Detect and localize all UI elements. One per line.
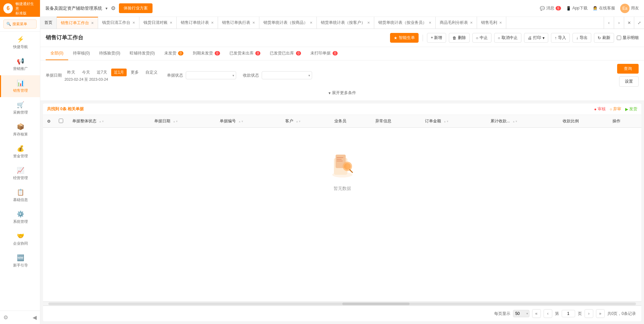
last-page-button[interactable]: » xyxy=(596,309,605,318)
sidebar-item-operations[interactable]: 📈 经营管理 xyxy=(0,163,40,185)
sidebar-item-system[interactable]: ⚙️ 系统管理 xyxy=(0,206,40,228)
import-button[interactable]: ↑ 导入 xyxy=(551,33,570,43)
system-settings-icon[interactable]: ⚙ xyxy=(111,5,116,11)
tab-close-product-profit[interactable]: ✕ xyxy=(470,21,473,25)
expand-icon: ▾ xyxy=(329,91,331,95)
add-button[interactable]: + 新增 xyxy=(427,33,446,43)
sidebar-item-inventory[interactable]: 📦 库存核算 xyxy=(0,119,40,141)
column-settings-icon[interactable]: ⚙ xyxy=(47,119,51,124)
tab-sales-order-stats[interactable]: 销售订单统计表 ✕ xyxy=(177,17,218,29)
payment-select[interactable] xyxy=(262,71,312,79)
delete-button[interactable]: 🗑 删除 xyxy=(449,33,470,43)
tab-scroll-left[interactable]: ‹ xyxy=(604,17,614,29)
tab-sales-stats-staff[interactable]: 销货单统计表（按业务员） ✕ xyxy=(374,17,436,29)
filter-tab-shipped-not-out[interactable]: 已发货未出库 0 xyxy=(225,47,265,60)
sidebar-item-quick-nav[interactable]: ⚡ 快捷导航 xyxy=(0,32,40,53)
tab-close-cash-reconcile[interactable]: ✕ xyxy=(170,21,172,25)
set-button[interactable]: 设置 xyxy=(619,76,639,87)
tab-cash-daily[interactable]: 钱货日清工作台 ✕ xyxy=(98,17,139,29)
prev-page-button[interactable]: ‹ xyxy=(544,309,552,318)
sidebar-item-purchase[interactable]: 🛒 采购管理 xyxy=(0,97,40,119)
sidebar-item-sales[interactable]: 📊 销售管理 xyxy=(0,75,40,97)
filter-tab-overdue[interactable]: 到期未发货 0 xyxy=(188,47,225,60)
status-sort-icon[interactable]: ▲▼ xyxy=(99,120,104,123)
tab-close-sales-stats-staff[interactable]: ✕ xyxy=(429,21,431,25)
received-sort-icon[interactable]: ▲▼ xyxy=(512,120,518,123)
search-menu-button[interactable]: 🔍 搜索菜单 xyxy=(3,19,37,29)
sidebar-item-base[interactable]: 📋 基础信息 xyxy=(0,185,40,206)
tab-sales-order-exec[interactable]: 销售订单执行表 ✕ xyxy=(218,17,259,29)
tab-cash-reconcile[interactable]: 钱货日清对账 ✕ xyxy=(139,17,177,29)
date-opt-today[interactable]: 今天 xyxy=(79,69,93,76)
page-number-input[interactable]: 1 xyxy=(562,310,575,317)
scrollbar-thumb[interactable] xyxy=(342,302,410,305)
message-button[interactable]: 💬 消息 6 xyxy=(540,5,561,11)
date-sort-icon[interactable]: ▲▼ xyxy=(173,120,178,123)
tab-close-sales-profit[interactable]: ✕ xyxy=(499,21,502,25)
filter-tab-shipped-out[interactable]: 已发货已出库 0 xyxy=(265,47,306,60)
show-detail-checkbox[interactable] xyxy=(617,36,621,40)
collapse-sidebar-icon[interactable]: ◀ xyxy=(33,314,37,321)
sidebar-item-guide[interactable]: 🆕 新手引导 xyxy=(0,250,40,272)
tab-sales-profit[interactable]: 销售毛利 ✕ xyxy=(477,17,506,29)
print-button[interactable]: 🖨 打印 ▾ xyxy=(524,33,548,43)
smart-create-button[interactable]: ★ 智能生单 xyxy=(390,33,419,43)
settings-bottom-icon[interactable]: ⚙ xyxy=(3,314,8,321)
online-service-button[interactable]: 👩‍💼 在线客服 xyxy=(593,5,615,11)
date-opt-more[interactable]: 更多 xyxy=(128,69,141,76)
customer-sort-icon[interactable]: ▲▼ xyxy=(296,120,301,123)
date-opt-1month[interactable]: 近1月 xyxy=(111,69,127,76)
date-opt-7days[interactable]: 近7天 xyxy=(94,69,110,76)
number-sort-icon[interactable]: ▲▼ xyxy=(238,120,244,123)
export-button[interactable]: ↓ 导出 xyxy=(572,33,591,43)
tab-close-sales-stats-customer[interactable]: ✕ xyxy=(367,21,370,25)
select-all-checkbox[interactable] xyxy=(59,119,63,123)
filter-tab-wangpu[interactable]: 旺铺待发货(0) xyxy=(125,47,160,60)
page-size-select[interactable]: 20 50 100 xyxy=(513,310,529,317)
stop-button[interactable]: ○ 中止 xyxy=(472,33,491,43)
expand-conditions-button[interactable]: ▾ 展开更多条件 xyxy=(325,89,359,97)
tab-close-cash-daily[interactable]: ✕ xyxy=(132,21,135,25)
tab-sales-order-workbench[interactable]: 销售订单工作台 ✕ xyxy=(57,17,98,29)
status-select[interactable] xyxy=(186,71,236,79)
sidebar-item-enterprise[interactable]: 🤝 企业协同 xyxy=(0,228,40,250)
horizontal-scrollbar[interactable] xyxy=(43,301,641,306)
tab-sales-stats-product[interactable]: 销货单统计表（按商品） ✕ xyxy=(259,17,317,29)
date-opt-custom[interactable]: 自定义 xyxy=(143,69,160,76)
filter-tab-all[interactable]: 全部(0) xyxy=(46,47,68,60)
app-download-button[interactable]: 📱 App下载 xyxy=(566,5,588,11)
date-opt-yesterday[interactable]: 昨天 xyxy=(65,69,78,76)
system-dropdown-button[interactable]: ▾ xyxy=(105,6,108,11)
filter-tab-pending-review[interactable]: 待审核(0) xyxy=(68,47,95,60)
tab-scroll-right[interactable]: › xyxy=(614,17,624,29)
filter-tab-not-printed[interactable]: 未打印单据 0 xyxy=(306,47,342,60)
tab-close-sales-stats-product[interactable]: ✕ xyxy=(310,21,312,25)
trial-button[interactable]: 体验行业方案 xyxy=(119,3,153,13)
ship-action[interactable]: ▶ 发货 xyxy=(625,106,637,112)
tab-home[interactable]: 首页 xyxy=(40,17,57,29)
query-button[interactable]: 查询 xyxy=(617,64,639,74)
search-row-1: 单据日期 昨天 今天 近7天 近1月 更多 自定义 2023-02-24 至 2… xyxy=(46,64,639,87)
tab-close-all[interactable]: ✕ xyxy=(624,17,634,29)
user-menu-button[interactable]: Ea 用友 xyxy=(620,4,639,13)
filter-tab-not-shipped[interactable]: 未发货 0 xyxy=(160,47,188,60)
cancel-stop-button[interactable]: ○ 取消中止 xyxy=(494,33,521,43)
tab-maximize[interactable]: ⤢ xyxy=(634,17,644,29)
next-page-button[interactable]: › xyxy=(585,309,593,318)
sidebar-item-marketing[interactable]: 📢 营销推广 xyxy=(0,53,40,75)
tab-close-sales-order-stats[interactable]: ✕ xyxy=(211,21,214,25)
logo-text: 畅捷通好生意 标准版 xyxy=(15,1,37,16)
tab-label-product-profit: 商品毛利分析表 xyxy=(440,20,468,26)
tab-close-sales-workbench[interactable]: ✕ xyxy=(91,21,94,25)
sidebar-item-finance[interactable]: 💰 资金管理 xyxy=(0,141,40,163)
review-action[interactable]: ● 审核 xyxy=(594,106,606,112)
refresh-button[interactable]: ↻ 刷新 xyxy=(594,33,614,43)
first-page-button[interactable]: « xyxy=(532,309,541,318)
cancel-review-action[interactable]: ○ 弃审 xyxy=(610,106,621,112)
empty-text: 暂无数据 xyxy=(334,186,351,192)
tab-close-sales-order-exec[interactable]: ✕ xyxy=(252,21,255,25)
amount-sort-icon[interactable]: ▲▼ xyxy=(443,120,449,123)
tab-product-profit[interactable]: 商品毛利分析表 ✕ xyxy=(436,17,477,29)
filter-tab-pending-inspect[interactable]: 待拣验货(0) xyxy=(94,47,125,60)
tab-sales-stats-customer[interactable]: 销货单统计表（按客户） ✕ xyxy=(317,17,374,29)
